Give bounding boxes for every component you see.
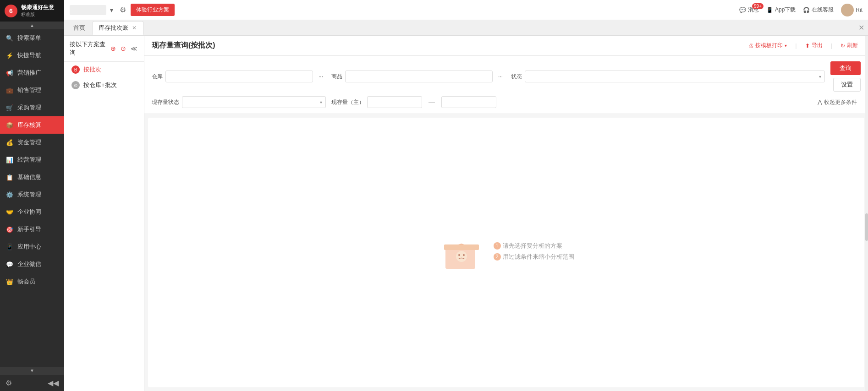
scheme-item-by-warehouse-batch[interactable]: ⊙ 按仓库+批次: [64, 77, 144, 93]
sidebar-item-business[interactable]: 📊 经营管理: [0, 151, 64, 168]
online-service-icon: 🎧: [803, 7, 810, 13]
status-select-wrap: 全部 正常 禁用: [525, 71, 825, 82]
topbar-dropdown-btn[interactable]: ▾: [108, 5, 115, 15]
stock-qty-max-input[interactable]: [441, 96, 496, 108]
stock-qty-dash: —: [425, 98, 439, 106]
sidebar-item-label: 系统管理: [17, 190, 41, 199]
topbar-settings-btn[interactable]: ⚙: [118, 5, 128, 15]
sidebar-item-label: 企业微信: [17, 260, 41, 268]
refresh-btn[interactable]: ↻ 刷新: [838, 40, 861, 51]
sidebar-item-finance[interactable]: 💰 资金管理: [0, 134, 64, 151]
svg-point-5: [458, 254, 460, 256]
sidebar-item-vip[interactable]: 👑 畅会员: [0, 273, 64, 290]
filter-settings-btn[interactable]: 设置: [833, 78, 861, 92]
sidebar-scroll-up[interactable]: ▲: [0, 22, 64, 29]
tab-home[interactable]: 首页: [68, 21, 91, 35]
message-btn[interactable]: 💬 消息 99+: [739, 6, 759, 14]
refresh-icon: ↻: [841, 43, 845, 49]
right-panel: 现存量查询(按批次) 🖨 按模板打印 ▾ | ⬆ 导出 | ↻: [144, 36, 868, 391]
collapse-sidebar-btn[interactable]: ◀◀: [48, 379, 59, 387]
right-scrollbar-thumb: [865, 213, 868, 241]
left-panel-title: 按以下方案查询: [70, 40, 110, 57]
sidebar-item-quick-nav[interactable]: ⚡ 快捷导航: [0, 47, 64, 64]
tab-batch[interactable]: 库存批次账 ✕: [93, 21, 143, 35]
sidebar-item-marketing[interactable]: 📢 营销推广: [0, 64, 64, 81]
experience-industry-btn[interactable]: 体验行业方案: [131, 4, 175, 16]
header-divider1: |: [795, 42, 797, 49]
sidebar-item-search-menu[interactable]: 🔍 搜索菜单: [0, 29, 64, 47]
finance-icon: 💰: [5, 138, 14, 147]
page-header: 现存量查询(按批次) 🖨 按模板打印 ▾ | ⬆ 导出 | ↻: [144, 36, 868, 56]
print-btn[interactable]: 🖨 按模板打印 ▾: [745, 40, 790, 51]
header-divider2: |: [831, 42, 832, 49]
newbie-icon: 🎯: [5, 225, 14, 234]
stock-qty-min-input[interactable]: [367, 96, 422, 108]
collapse-more-btn[interactable]: ⋀ 收起更多条件: [814, 97, 861, 108]
collapse-left-btn[interactable]: ≪: [130, 44, 138, 53]
page-title: 现存量查询(按批次): [152, 41, 215, 50]
goods-more-btn[interactable]: ···: [495, 72, 505, 81]
app-download-btn[interactable]: 📱 App下载: [766, 6, 796, 14]
by-batch-icon: B: [71, 65, 80, 74]
tab-batch-close-btn[interactable]: ✕: [131, 25, 137, 31]
topbar-search-input[interactable]: [70, 5, 106, 15]
warehouse-input[interactable]: [165, 71, 313, 82]
tab-home-label: 首页: [73, 24, 85, 32]
sidebar-item-newbie[interactable]: 🎯 新手引导: [0, 221, 64, 238]
refresh-label: 刷新: [847, 42, 858, 49]
export-label: 导出: [812, 42, 823, 49]
tab-batch-label: 库存批次账: [99, 24, 128, 32]
quick-nav-icon: ⚡: [5, 51, 14, 60]
left-panel-actions: ⊕ ⊙ ≪: [110, 44, 138, 53]
status-label: 状态: [511, 73, 522, 81]
online-service-btn[interactable]: 🎧 在线客服: [803, 6, 834, 14]
goods-label: 商品: [331, 73, 342, 81]
status-select[interactable]: 全部 正常 禁用: [525, 71, 825, 82]
search-menu-icon: 🔍: [5, 34, 14, 42]
export-btn[interactable]: ⬆ 导出: [802, 40, 825, 51]
warehouse-more-btn[interactable]: ···: [316, 72, 326, 81]
settings-footer-btn[interactable]: ⚙: [5, 379, 12, 387]
wechat-icon: 💬: [5, 260, 14, 268]
sidebar-item-inventory[interactable]: 📦 库存核算: [0, 116, 64, 134]
filter-area: 仓库 ··· 商品 ··· 状态 全部: [144, 56, 868, 114]
add-scheme-btn[interactable]: ⊕: [110, 44, 117, 53]
sidebar-item-app[interactable]: 📱 应用中心: [0, 238, 64, 255]
sidebar-item-wechat[interactable]: 💬 企业微信: [0, 255, 64, 273]
sidebar-item-label: 企业协同: [17, 208, 41, 216]
stock-status-select[interactable]: [182, 96, 326, 108]
online-service-label: 在线客服: [812, 6, 834, 14]
inventory-icon: 📦: [5, 121, 14, 129]
app-download-label: App下载: [775, 6, 796, 14]
sidebar-scroll-down[interactable]: ▼: [0, 367, 64, 375]
sidebar-item-purchase[interactable]: 🛒 采购管理: [0, 99, 64, 116]
vip-icon: 👑: [5, 277, 14, 286]
close-tab-area-btn[interactable]: ✕: [858, 23, 864, 32]
message-icon: 💬: [739, 7, 746, 13]
empty-state: 1 请先选择要分析的方案 2 用过滤条件来缩小分析范围: [148, 118, 864, 387]
content-area: 按以下方案查询 ⊕ ⊙ ≪ B 按批次 ⊙ 按仓库+批次 现存量查询(按批次): [64, 36, 868, 391]
goods-input[interactable]: [345, 71, 493, 82]
left-panel: 按以下方案查询 ⊕ ⊙ ≪ B 按批次 ⊙ 按仓库+批次: [64, 36, 144, 391]
scheme-item-by-batch[interactable]: B 按批次: [64, 62, 144, 77]
sidebar-logo: 6: [5, 5, 17, 17]
query-btn[interactable]: 查询: [830, 61, 861, 75]
sidebar-item-system[interactable]: ⚙️ 系统管理: [0, 186, 64, 203]
hint-text-2: 用过滤条件来缩小分析范围: [503, 253, 574, 261]
topbar: ▾ ⚙ 体验行业方案 💬 消息 99+ 📱 App下载 🎧 在线客服 Rit: [64, 0, 868, 20]
sidebar-item-basic[interactable]: 📋 基础信息: [0, 168, 64, 186]
sidebar-item-label: 搜索菜单: [17, 34, 41, 42]
app-download-icon: 📱: [766, 7, 773, 13]
sidebar-item-sales[interactable]: 💼 销售管理: [0, 81, 64, 99]
scheme-settings-btn[interactable]: ⊙: [120, 44, 127, 53]
empty-illustration: [439, 230, 484, 276]
sidebar-edition: 标准版: [21, 11, 54, 18]
sidebar-item-enterprise[interactable]: 🤝 企业协同: [0, 203, 64, 221]
marketing-icon: 📢: [5, 69, 14, 77]
sidebar-item-label: 库存核算: [17, 121, 41, 129]
right-scrollbar[interactable]: [865, 36, 868, 391]
by-warehouse-batch-icon: ⊙: [71, 81, 80, 89]
stock-status-filter: 现存量状态: [152, 96, 326, 108]
user-avatar-area[interactable]: Rit: [841, 4, 863, 16]
sidebar-item-label: 资金管理: [17, 138, 41, 147]
